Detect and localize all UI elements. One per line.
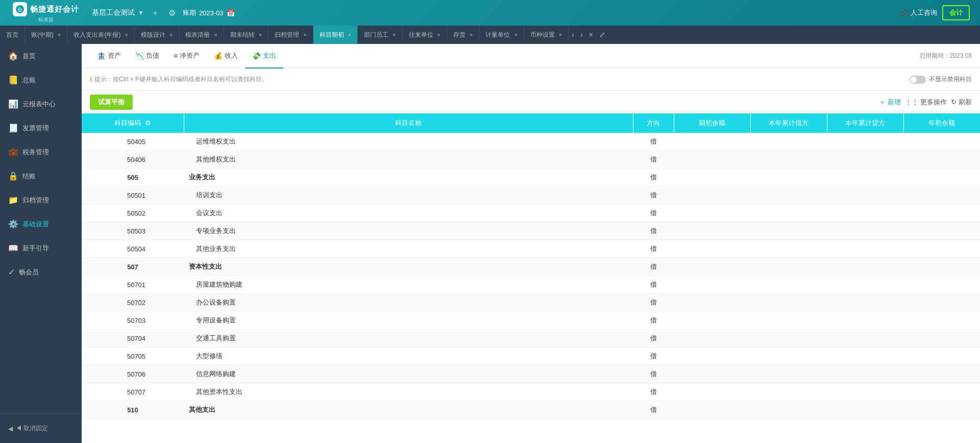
col-header-credit: 本年累计贷方 [827, 113, 903, 133]
pin-sidebar-button[interactable]: ◀ ◀ 取消固定 [0, 419, 82, 438]
cell-dir: 借 [633, 151, 674, 169]
table-row[interactable]: 510 其他支出 借 [82, 401, 980, 419]
tab-close-icon[interactable]: × [514, 32, 517, 38]
tab-template[interactable]: 模版设计 × [135, 26, 179, 44]
chevron-down-icon: ▼ [138, 9, 144, 16]
sub-tab-asset[interactable]: 🏦 资产 [90, 44, 128, 68]
cell-year-balance [903, 276, 980, 294]
table-row[interactable]: 50706 信息网络购建 借 [82, 365, 980, 383]
tab-close-icon[interactable]: × [348, 32, 351, 38]
tab-tax-table[interactable]: 税表清册 × [179, 26, 224, 44]
sidebar-item-ledger[interactable]: 📒 总账 [0, 68, 82, 92]
tab-subject-initial[interactable]: 科目期初 × [313, 26, 358, 44]
sub-tab-income[interactable]: 💰 收入 [207, 44, 245, 68]
sidebar-item-guide[interactable]: 📖 新手引导 [0, 236, 82, 260]
tab-close-icon[interactable]: × [437, 32, 440, 38]
col-settings-icon[interactable]: ⚙ [145, 119, 151, 127]
sub-tab-expense[interactable]: 💸 支出 [245, 44, 283, 68]
cell-year-balance [903, 347, 980, 365]
tab-label: 部门员工 [364, 31, 388, 39]
tab-department[interactable]: 部门员工 × [358, 26, 402, 44]
tab-contacts[interactable]: 往来单位 × [403, 26, 447, 44]
sub-tab-net-assets[interactable]: ≡ 净资产 [166, 44, 207, 68]
table-row[interactable]: 50704 交通工具购置 借 [82, 330, 980, 347]
tab-label: 收入支出表(年报) [74, 31, 120, 39]
table-row[interactable]: 50501 培训支出 借 [82, 186, 980, 204]
more-actions-button[interactable]: ⋮⋮ 更多操作 [905, 98, 947, 107]
tab-close-icon[interactable]: × [303, 32, 306, 38]
sidebar-item-home[interactable]: 🏠 首页 [0, 44, 82, 68]
sidebar: 🏠 首页 📒 总账 📊 云报表中心 🧾 发票管理 💼 税务管理 🔒 结账 📁 归… [0, 44, 82, 443]
tab-home[interactable]: 首页 [0, 26, 25, 44]
sidebar-item-archive[interactable]: 📁 归档管理 [0, 188, 82, 212]
asset-icon: 🏦 [97, 52, 106, 60]
sidebar-item-close[interactable]: 🔒 结账 [0, 164, 82, 188]
tab-next-icon[interactable]: › [577, 31, 586, 39]
cell-year-balance [903, 186, 980, 204]
company-selector[interactable]: 基层工会测试 ▼ [92, 8, 144, 17]
tab-close-icon[interactable]: × [470, 32, 473, 38]
tab-close-all-icon[interactable]: × [586, 31, 596, 39]
table-row[interactable]: 50702 办公设备购置 借 [82, 294, 980, 312]
table-row[interactable]: 505 业务支出 借 [82, 169, 980, 186]
cell-code: 507 [82, 258, 184, 276]
tab-close-icon[interactable]: × [58, 32, 61, 38]
cell-credit [827, 258, 903, 276]
sub-tab-label: 资产 [108, 51, 121, 60]
refresh-button[interactable]: ↻ 刷新 [951, 98, 972, 107]
tab-close-icon[interactable]: × [259, 32, 262, 38]
tab-unit[interactable]: 计量单位 × [479, 26, 524, 44]
cell-dir: 借 [633, 204, 674, 222]
tab-midperiod[interactable]: 账(中期) × [25, 26, 67, 44]
top-header: 会 畅捷通好会计 标准版 基层工会测试 ▼ ＋ ⚙ 账期 2023-03 📅 🎧… [0, 0, 980, 26]
add-company-button[interactable]: ＋ [149, 7, 161, 19]
sidebar-item-member[interactable]: ✓ 畅会员 [0, 260, 82, 284]
table-row[interactable]: 50502 会议支出 借 [82, 204, 980, 222]
add-button[interactable]: ＋ 新增 [879, 98, 901, 107]
table-row[interactable]: 50703 专用设备购置 借 [82, 312, 980, 330]
table-row[interactable]: 50701 房屋建筑物购建 借 [82, 276, 980, 294]
tab-close-icon[interactable]: × [169, 32, 173, 38]
cell-debit [750, 383, 827, 401]
col-header-code: 科目编码 ⚙ [82, 113, 184, 133]
settings-icon[interactable]: ⚙ [166, 7, 178, 19]
table-row[interactable]: 50406 其他维权支出 借 [82, 151, 980, 169]
cell-debit [750, 312, 827, 330]
cell-credit [827, 365, 903, 383]
tab-inventory[interactable]: 存货 × [447, 26, 479, 44]
cell-year-balance [903, 312, 980, 330]
tab-close-icon[interactable]: × [125, 32, 128, 38]
table-row[interactable]: 507 资本性支出 借 [82, 258, 980, 276]
sidebar-item-reports[interactable]: 📊 云报表中心 [0, 92, 82, 116]
calendar-icon[interactable]: 📅 [227, 9, 235, 17]
add-label: 新增 [888, 98, 901, 107]
table-row[interactable]: 50503 专项业务支出 借 [82, 222, 980, 240]
toggle-disabled-subjects[interactable]: 不显示禁用科目 [910, 75, 972, 84]
ai-consult-button[interactable]: 🎧 人工咨询 [900, 8, 937, 17]
tab-archive[interactable]: 归档管理 × [268, 26, 313, 44]
table-row[interactable]: 50705 大型修缮 借 [82, 347, 980, 365]
cell-credit [827, 330, 903, 347]
cell-credit [827, 276, 903, 294]
sidebar-item-invoice[interactable]: 🧾 发票管理 [0, 116, 82, 140]
account-button[interactable]: 会计 [942, 5, 970, 20]
tab-close-icon[interactable]: × [393, 32, 396, 38]
tab-expand-icon[interactable]: ⤢ [596, 31, 608, 39]
balance-button[interactable]: 试算平衡 [90, 95, 133, 110]
table-row[interactable]: 50405 运维维权支出 借 [82, 133, 980, 151]
cell-balance [674, 133, 750, 151]
headset-icon: 🎧 [900, 9, 909, 17]
toggle-track[interactable] [910, 76, 926, 84]
sidebar-item-tax[interactable]: 💼 税务管理 [0, 140, 82, 164]
tab-period-end[interactable]: 期末结转 × [224, 26, 268, 44]
table-row[interactable]: 50504 其他业务支出 借 [82, 240, 980, 258]
tab-close-icon[interactable]: × [214, 32, 217, 38]
sub-tab-liability[interactable]: 📉 负债 [128, 44, 166, 68]
table-row[interactable]: 50707 其他资本性支出 借 [82, 383, 980, 401]
tab-close-icon[interactable]: × [559, 32, 562, 38]
sidebar-item-settings[interactable]: ⚙️ 基础设置 [0, 212, 82, 236]
tab-annual-report[interactable]: 收入支出表(年报) × [67, 26, 134, 44]
hint-message: 提示：按Ctrl + F键并输入科目编码或者科目名称可以查找科目。 [94, 75, 268, 84]
tab-prev-icon[interactable]: ‹ [569, 31, 577, 39]
tab-currency[interactable]: 币种设置 × [524, 26, 569, 44]
